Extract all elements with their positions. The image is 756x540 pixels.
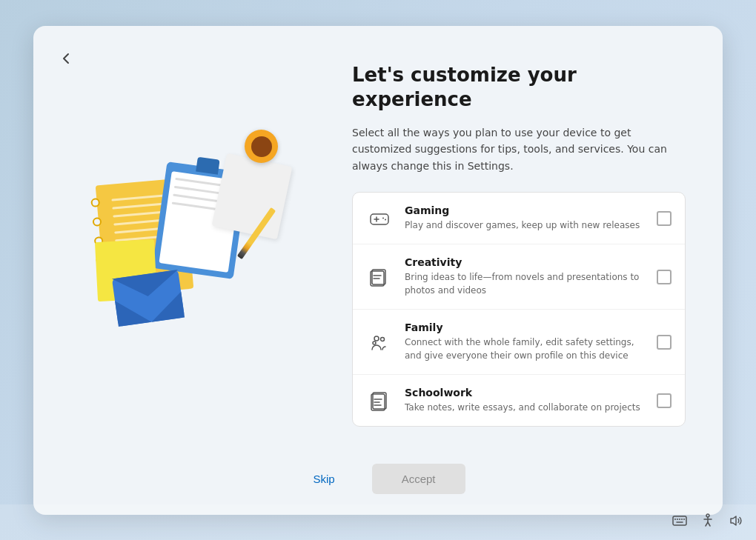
schoolwork-desc: Take notes, write essays, and collaborat…	[405, 401, 645, 414]
family-desc: Connect with the whole family, edit safe…	[405, 336, 645, 362]
svg-point-3	[382, 217, 384, 219]
desktop-background: Let's customize your experience Select a…	[0, 0, 756, 540]
skip-button[interactable]: Skip	[291, 465, 357, 493]
creativity-title: Creativity	[405, 256, 645, 268]
option-family[interactable]: Family Connect with the whole family, ed…	[353, 310, 685, 375]
gaming-icon	[366, 205, 393, 232]
option-creativity[interactable]: Creativity Bring ideas to life—from nove…	[353, 244, 685, 310]
option-gaming[interactable]: Gaming Play and discover games, keep up …	[353, 193, 685, 244]
coffee-cup-illustration	[245, 130, 278, 163]
dialog-content: Let's customize your experience Select a…	[33, 26, 723, 450]
family-text: Family Connect with the whole family, ed…	[405, 321, 645, 362]
illustration-area	[70, 56, 322, 427]
options-list: Gaming Play and discover games, keep up …	[352, 192, 686, 427]
gaming-text: Gaming Play and discover games, keep up …	[405, 204, 645, 232]
gaming-desc: Play and discover games, keep up with ne…	[405, 219, 645, 232]
svg-point-10	[381, 337, 385, 341]
schoolwork-icon	[366, 387, 393, 414]
svg-line-28	[708, 522, 710, 526]
envelope-illustration	[112, 270, 185, 327]
schoolwork-checkbox[interactable]	[657, 393, 672, 408]
right-panel: Let's customize your experience Select a…	[352, 56, 686, 427]
svg-line-27	[706, 522, 708, 526]
creativity-desc: Bring ideas to life—from novels and pres…	[405, 270, 645, 297]
gaming-checkbox[interactable]	[657, 211, 672, 226]
family-icon	[366, 329, 393, 356]
sticky-note-white	[212, 153, 293, 240]
accept-button[interactable]: Accept	[372, 464, 465, 494]
customize-dialog: Let's customize your experience Select a…	[33, 26, 723, 515]
gaming-title: Gaming	[405, 204, 645, 216]
page-title: Let's customize your experience	[352, 63, 686, 113]
creativity-icon	[366, 264, 393, 290]
page-subtitle: Select all the ways you plan to use your…	[352, 124, 686, 174]
keyboard-icon[interactable]	[672, 513, 688, 532]
svg-rect-17	[673, 516, 686, 525]
schoolwork-text: Schoolwork Take notes, write essays, and…	[405, 387, 645, 414]
svg-point-11	[373, 341, 376, 344]
creativity-text: Creativity Bring ideas to life—from nove…	[405, 256, 645, 297]
svg-point-4	[385, 219, 386, 220]
svg-point-9	[374, 336, 379, 341]
accessibility-icon[interactable]	[700, 513, 716, 532]
option-schoolwork[interactable]: Schoolwork Take notes, write essays, and…	[353, 375, 685, 426]
schoolwork-title: Schoolwork	[405, 387, 645, 399]
family-checkbox[interactable]	[657, 335, 672, 350]
volume-icon[interactable]	[728, 513, 744, 532]
creativity-checkbox[interactable]	[657, 270, 672, 284]
family-title: Family	[405, 321, 645, 333]
taskbar	[0, 504, 756, 540]
illustration	[93, 137, 300, 344]
